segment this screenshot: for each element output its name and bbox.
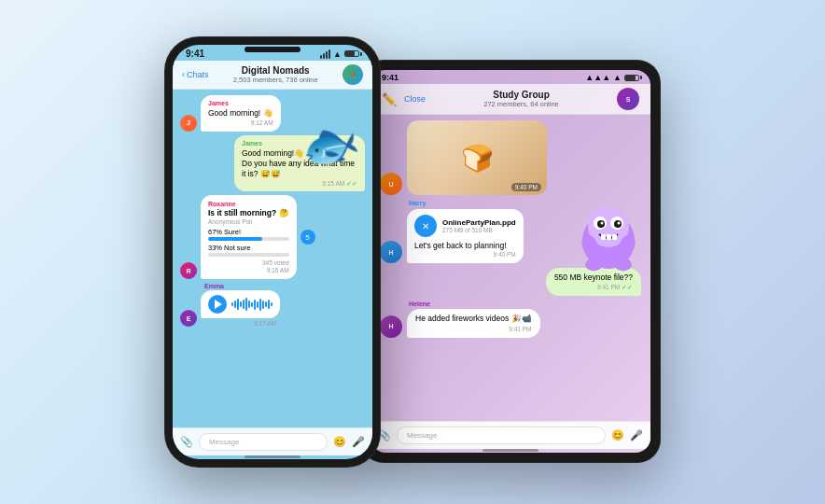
monster-sticker [576, 199, 641, 286]
ipad-signal-icon: ▲▲▲ [585, 73, 610, 82]
bubble-james-gm: James Good morning! 👋 9:12 AM [201, 95, 281, 132]
photo-sender-avatar: U [380, 173, 402, 195]
wave-bar [262, 301, 264, 309]
wave-bar [245, 298, 247, 311]
harry-message-group: Harry ✕ OnlinePartyPlan.ppd 275 MB of 51… [407, 200, 524, 263]
back-button[interactable]: ‹ Chats [182, 70, 209, 79]
wave-bar [254, 300, 256, 310]
helene-text: He added fireworks videos 🎉📹 [415, 314, 532, 323]
file-size: 275 MB of 510 MB [442, 227, 516, 233]
ipad-status-icons: ▲▲▲ ▲ [585, 73, 639, 82]
bubble-time: 9:16 AM [208, 267, 289, 273]
ipad-attachment-icon[interactable]: 📎 [378, 429, 391, 441]
bubble-time: 9:15 AM [242, 180, 357, 188]
ipad-message-input[interactable]: Message [397, 427, 606, 444]
ipad-screen: 9:41 ▲▲▲ ▲ ✏️ Close Study Group 272 memb… [371, 70, 650, 453]
poll-option-2[interactable]: 33% Not sure [208, 244, 289, 257]
wave-bar [234, 301, 236, 308]
poll-votes: 345 voted [208, 259, 289, 266]
helene-sender-label: Helene [409, 301, 540, 307]
ipad-chat-header: ✏️ Close Study Group 272 members, 64 onl… [371, 84, 650, 115]
ipad-mic-icon[interactable]: 🎤 [630, 429, 643, 441]
svg-rect-8 [601, 234, 606, 240]
ipad-chat-avatar[interactable]: S [617, 88, 639, 110]
file-bubble: ✕ OnlinePartyPlan.ppd 275 MB of 510 MB L… [407, 209, 524, 263]
file-icon: ✕ [414, 215, 437, 237]
waveform [231, 297, 273, 312]
iphone-chat-header: ‹ Chats Digital Nomads 2,503 members, 73… [173, 61, 372, 90]
svg-point-6 [601, 222, 604, 225]
mic-icon[interactable]: 🎤 [352, 436, 365, 448]
emma-avatar: E [180, 310, 197, 327]
poll-bar-bg [208, 253, 289, 257]
chevron-left-icon: ‹ [182, 70, 185, 79]
wave-bar [237, 299, 239, 310]
svg-point-7 [618, 222, 621, 225]
svg-rect-9 [607, 234, 611, 240]
poll-option-label: 67% Sure! [208, 228, 289, 236]
poll-option-label: 33% Not sure [208, 244, 289, 252]
compose-icon[interactable]: ✏️ [382, 92, 397, 106]
message-photo: U 🍞 9:40 PM [380, 120, 641, 195]
ipad-status-bar: 9:41 ▲▲▲ ▲ [371, 70, 650, 84]
attachment-icon[interactable]: 📎 [180, 436, 193, 448]
message-poll: R Roxanne Is it still morning? 🤔 Anonymo… [180, 195, 365, 279]
helene-avatar: H [380, 315, 402, 338]
poll-bar-bg [208, 237, 289, 241]
wifi-icon: ▲ [333, 49, 342, 59]
ipad-home-indicator [371, 449, 650, 453]
ipad-time: 9:41 [382, 73, 399, 82]
iphone-messages-area: 🐟 J James Good morning! 👋 9:12 AM James … [173, 90, 372, 427]
iphone-message-input[interactable]: Message [199, 433, 328, 451]
ipad-chat-title: Study Group [426, 90, 617, 100]
harry-avatar: H [380, 241, 402, 263]
audio-time: 9:17 AM [201, 320, 276, 327]
emoji-icon[interactable]: 😊 [333, 436, 346, 448]
input-placeholder: Message [209, 438, 239, 446]
ipad-wifi-icon: ▲ [613, 73, 622, 82]
battery-icon [344, 50, 359, 57]
ipad-header-left: ✏️ Close [382, 92, 426, 106]
ipad-input-placeholder: Message [407, 431, 437, 440]
iphone-device: 9:41 ▲ ‹ Chats Digital Nomads 2,503 memb… [165, 37, 380, 467]
harry-text: Let's get back to planning! [414, 241, 516, 250]
iphone-header-center: Digital Nomads 2,503 members, 736 online [209, 65, 343, 84]
poll-option-1[interactable]: 67% Sure! [208, 228, 289, 241]
ipad-header-center: Study Group 272 members, 64 online [426, 90, 617, 108]
poll-bubble: Roxanne Is it still morning? 🤔 Anonymous… [201, 195, 297, 279]
file-row: ✕ OnlinePartyPlan.ppd 275 MB of 510 MB [414, 215, 516, 237]
audio-bubble [201, 290, 280, 318]
iphone-time: 9:41 [186, 49, 204, 59]
iphone-notch [245, 47, 301, 52]
poll-sender: Roxanne [208, 201, 289, 207]
wave-bar [243, 300, 245, 309]
home-indicator [173, 455, 372, 459]
home-bar [245, 455, 301, 458]
ipad-input-area: 📎 Message 😊 🎤 [371, 421, 650, 449]
bubble-sender: James [208, 99, 273, 107]
file-info: OnlinePartyPlan.ppd 275 MB of 510 MB [442, 218, 516, 233]
wave-bar [265, 301, 267, 307]
wave-bar [271, 302, 273, 306]
back-label: Chats [187, 70, 209, 79]
play-button[interactable] [208, 295, 227, 314]
close-button[interactable]: Close [404, 94, 426, 104]
ipad-home-bar [482, 449, 538, 452]
roxanne-avatar: R [180, 262, 197, 279]
iphone-chat-subtitle: 2,503 members, 736 online [209, 76, 343, 84]
poll-option-text: 67% Sure! [208, 228, 241, 236]
james-avatar: J [180, 115, 197, 132]
wave-bar [251, 302, 253, 307]
harry-time: 9:40 PM [414, 251, 516, 258]
iphone-status-icons: ▲ [320, 49, 359, 59]
wave-bar [259, 299, 261, 311]
poll-bar-fill [208, 237, 262, 241]
bubble-text: Good morning! 👋 [208, 108, 273, 119]
iphone-screen: 9:41 ▲ ‹ Chats Digital Nomads 2,503 memb… [173, 45, 372, 459]
photo-time: 9:40 PM [511, 183, 541, 191]
poll-bar-fill [208, 253, 235, 257]
photo-bubble: 🍞 9:40 PM [407, 120, 547, 195]
chat-avatar[interactable]: 🌴 [343, 64, 363, 85]
harry-sender-label: Harry [409, 200, 524, 206]
ipad-emoji-icon[interactable]: 😊 [611, 429, 624, 441]
